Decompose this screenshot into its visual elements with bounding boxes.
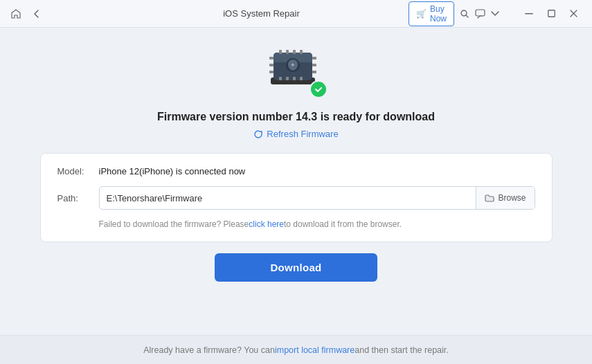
folder-icon	[485, 194, 494, 202]
svg-rect-16	[293, 77, 296, 80]
maximize-button[interactable]	[541, 4, 562, 24]
svg-rect-20	[269, 71, 273, 73]
svg-rect-19	[269, 64, 273, 66]
svg-rect-3	[548, 10, 555, 17]
device-icon-area: ✦	[265, 44, 328, 100]
svg-rect-10	[279, 50, 282, 54]
firmware-card: Model: iPhone 12(iPhone) is connected no…	[40, 153, 553, 242]
svg-rect-15	[286, 77, 289, 80]
footer-bar: Already have a firmware? You can import …	[0, 335, 592, 364]
refresh-firmware-link[interactable]: Refresh Firmware	[253, 129, 338, 139]
svg-rect-23	[312, 71, 316, 73]
error-suffix: to download it from the browser.	[284, 219, 402, 229]
path-input-wrap: Browse	[99, 186, 535, 210]
click-here-link[interactable]: click here	[249, 219, 284, 229]
firmware-title: Firmware version number 14.3 is ready fo…	[157, 111, 435, 123]
svg-rect-12	[293, 50, 296, 54]
svg-rect-18	[269, 57, 273, 60]
svg-rect-14	[279, 77, 282, 80]
svg-rect-2	[525, 13, 533, 15]
error-row: Failed to download the firmware? Please …	[57, 219, 535, 229]
svg-rect-11	[286, 50, 289, 54]
footer-text: Already have a firmware? You can	[143, 345, 275, 355]
title-bar-right: 🛒 Buy Now	[431, 1, 584, 26]
import-firmware-link[interactable]: import local firmware	[275, 345, 355, 355]
svg-rect-17	[300, 77, 303, 80]
window-controls	[519, 4, 584, 24]
path-row: Path: Browse	[57, 186, 535, 210]
svg-rect-22	[312, 64, 316, 66]
search-button[interactable]	[460, 6, 469, 21]
button-area: Download	[40, 253, 553, 282]
svg-rect-1	[476, 10, 485, 16]
close-button[interactable]	[563, 4, 584, 24]
window-title: iOS System Repair	[91, 8, 431, 19]
browse-label: Browse	[498, 193, 526, 203]
title-bar-left	[8, 6, 91, 21]
home-button[interactable]	[8, 6, 24, 21]
path-label: Path:	[57, 193, 99, 203]
svg-rect-13	[300, 50, 303, 54]
path-input[interactable]	[100, 193, 476, 203]
minimize-button[interactable]	[519, 4, 539, 24]
model-label: Model:	[57, 166, 99, 176]
main-content: ✦ Firmware version num	[0, 28, 592, 335]
buy-now-button[interactable]: 🛒 Buy Now	[409, 1, 454, 26]
error-text: Failed to download the firmware? Please	[99, 219, 249, 229]
model-row: Model: iPhone 12(iPhone) is connected no…	[57, 166, 535, 176]
chevron-down-button[interactable]	[491, 6, 499, 21]
cart-icon: 🛒	[416, 9, 427, 19]
model-value: iPhone 12(iPhone) is connected now	[99, 166, 246, 176]
chat-button[interactable]	[475, 6, 485, 21]
back-button[interactable]	[29, 6, 44, 21]
refresh-icon	[253, 129, 263, 139]
buy-now-label: Buy Now	[430, 4, 447, 24]
title-bar: iOS System Repair 🛒 Buy Now	[0, 0, 592, 28]
svg-rect-21	[312, 57, 316, 60]
browse-button[interactable]: Browse	[476, 187, 534, 209]
svg-text:✦: ✦	[290, 62, 296, 69]
check-badge	[310, 80, 328, 98]
footer-suffix: and then start the repair.	[355, 345, 449, 355]
download-button[interactable]: Download	[215, 253, 377, 282]
